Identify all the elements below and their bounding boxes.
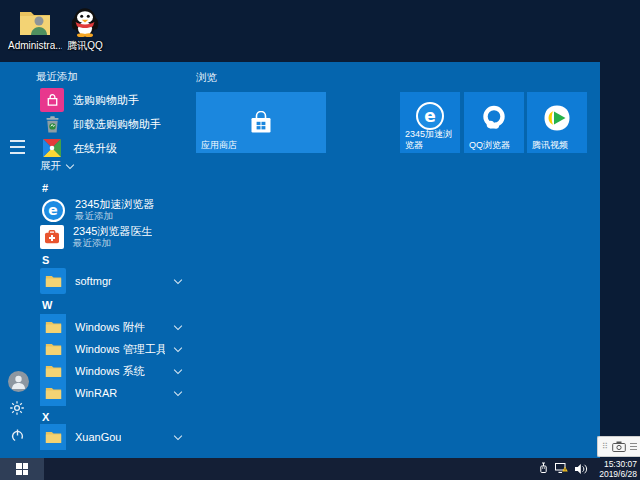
user-account-button[interactable] bbox=[8, 371, 29, 392]
taskbar-clock[interactable]: 15:30:07 2019/6/28 bbox=[589, 459, 637, 479]
tile-label: QQ浏览器 bbox=[469, 140, 521, 151]
expand-toggle[interactable]: 展开 bbox=[40, 159, 74, 173]
chevron-down-icon[interactable] bbox=[174, 433, 182, 441]
tile-tencent-video[interactable]: 腾讯视频 bbox=[527, 92, 587, 153]
menu-hamburger-button[interactable] bbox=[10, 138, 25, 156]
network-warning-icon[interactable] bbox=[555, 460, 568, 478]
shopping-bag-icon bbox=[40, 88, 64, 112]
drag-handle-icon[interactable]: ⠿ bbox=[602, 444, 608, 450]
folder-item-label: XuanGou bbox=[75, 431, 121, 443]
tile-qq-browser[interactable]: QQ浏览器 bbox=[464, 92, 524, 153]
clock-date: 2019/6/28 bbox=[589, 469, 637, 479]
folder-item-label: Windows 系统 bbox=[75, 364, 145, 379]
start-button[interactable] bbox=[0, 458, 44, 480]
power-button[interactable] bbox=[10, 428, 25, 443]
settings-gear-icon[interactable] bbox=[9, 400, 25, 416]
folder-item-xuangou[interactable]: XuanGou bbox=[40, 424, 182, 450]
folder-icon bbox=[40, 424, 66, 450]
trash-uninstall-icon bbox=[40, 112, 64, 136]
q-ring-cloud-icon bbox=[464, 92, 524, 143]
app-item-sublabel: 最近添加 bbox=[73, 237, 152, 249]
chevron-down-icon[interactable] bbox=[174, 367, 182, 375]
speaker-icon[interactable] bbox=[575, 460, 588, 478]
qq-penguin-icon bbox=[67, 6, 103, 38]
user-folder-icon bbox=[17, 6, 53, 38]
windows-logo-icon bbox=[16, 463, 28, 475]
menu-icon[interactable] bbox=[630, 441, 637, 452]
upgrade-pinwheel-icon bbox=[40, 136, 64, 160]
play-penguin-icon bbox=[527, 92, 587, 143]
tile-label: 2345加速浏览器 bbox=[405, 129, 457, 150]
app-item-2345-browser-doctor[interactable]: 2345浏览器医生 最近添加 bbox=[40, 225, 182, 249]
app-item-label: 卸载选购购物助手 bbox=[73, 117, 161, 132]
user-avatar-icon bbox=[8, 371, 29, 392]
app-item-uninstall-assistant[interactable]: 卸载选购购物助手 bbox=[40, 112, 182, 136]
section-letter-w[interactable]: W bbox=[42, 299, 52, 311]
app-item-label: 2345浏览器医生 bbox=[73, 225, 152, 237]
e-browser-icon: e bbox=[40, 197, 66, 223]
tile-label: 腾讯视频 bbox=[532, 140, 584, 151]
app-item-sublabel: 最近添加 bbox=[75, 210, 154, 222]
section-letter-x[interactable]: X bbox=[42, 411, 49, 423]
app-item-shopping-assistant[interactable]: 选购购物助手 bbox=[40, 88, 182, 112]
folder-item-label: softmgr bbox=[75, 275, 112, 287]
first-aid-kit-icon bbox=[40, 225, 64, 249]
start-menu-panel: 最近添加 选购购物助手 卸载选购购物助手 bbox=[0, 62, 600, 458]
app-item-label: 选购购物助手 bbox=[73, 93, 139, 108]
section-letter-s[interactable]: S bbox=[42, 254, 49, 266]
tile-group-label[interactable]: 浏览 bbox=[196, 71, 217, 85]
expand-label: 展开 bbox=[40, 159, 61, 173]
folder-icon bbox=[40, 268, 66, 294]
desktop-icon-qq[interactable]: 腾讯QQ bbox=[62, 6, 108, 51]
camera-icon[interactable] bbox=[612, 438, 626, 456]
folder-icon bbox=[40, 380, 66, 406]
chevron-down-icon[interactable] bbox=[174, 323, 182, 331]
clock-time: 15:30:07 bbox=[589, 459, 637, 469]
snip-toolbar[interactable]: ⠿ bbox=[597, 436, 640, 457]
chevron-down-icon[interactable] bbox=[174, 345, 182, 353]
tile-app-store[interactable]: 应用商店 bbox=[196, 92, 326, 153]
desktop-icon-label: Administra... bbox=[8, 40, 62, 51]
app-item-label: 在线升级 bbox=[73, 141, 117, 156]
folder-item-label: WinRAR bbox=[75, 387, 117, 399]
tile-2345-browser[interactable]: e 2345加速浏览器 bbox=[400, 92, 460, 153]
taskbar: 15:30:07 2019/6/28 bbox=[0, 458, 640, 480]
tile-label: 应用商店 bbox=[201, 140, 323, 151]
folder-item-winrar[interactable]: WinRAR bbox=[40, 380, 182, 406]
usb-device-icon[interactable] bbox=[539, 460, 548, 478]
app-item-label: 2345加速浏览器 bbox=[75, 198, 154, 210]
chevron-down-icon[interactable] bbox=[174, 389, 182, 397]
folder-item-label: Windows 管理工具 bbox=[75, 342, 165, 357]
desktop-icon-label: 腾讯QQ bbox=[62, 40, 108, 51]
folder-item-label: Windows 附件 bbox=[75, 320, 145, 335]
chevron-down-icon[interactable] bbox=[174, 277, 182, 285]
recent-added-header: 最近添加 bbox=[36, 70, 78, 84]
folder-item-softmgr[interactable]: softmgr bbox=[40, 268, 182, 294]
system-tray bbox=[539, 458, 588, 480]
app-item-online-upgrade[interactable]: 在线升级 bbox=[40, 136, 182, 160]
chevron-down-icon bbox=[66, 162, 74, 170]
desktop-icon-administrator[interactable]: Administra... bbox=[8, 6, 62, 51]
section-letter-hash[interactable]: # bbox=[42, 182, 48, 194]
app-item-2345-browser[interactable]: e 2345加速浏览器 最近添加 bbox=[40, 197, 182, 223]
